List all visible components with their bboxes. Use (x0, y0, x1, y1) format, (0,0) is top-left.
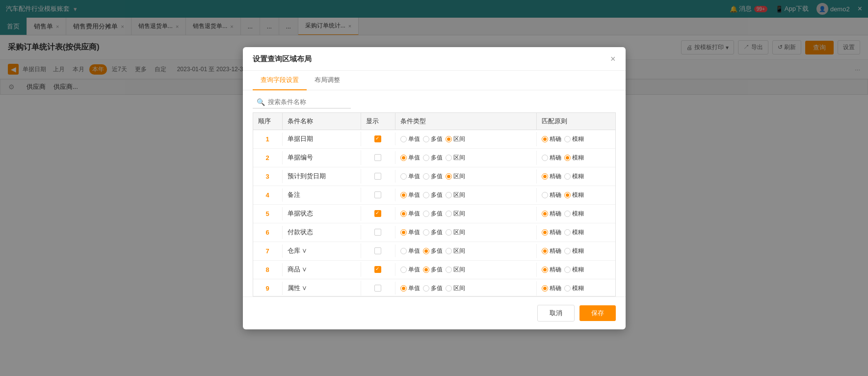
match-option[interactable]: 模糊 (564, 266, 584, 274)
type-option[interactable]: 区间 (446, 154, 465, 162)
display-checkbox[interactable] (374, 173, 381, 180)
match-option[interactable]: 精确 (542, 172, 561, 181)
display-checkbox[interactable] (374, 154, 381, 161)
display-checkbox[interactable] (374, 135, 381, 142)
type-option[interactable]: 多值 (423, 247, 443, 255)
modal-overlay: 设置查询区域布局 × 查询字段设置 布局调整 🔍 顺序 条件名称 (0, 0, 868, 376)
radio-circle (423, 192, 429, 198)
display-checkbox[interactable] (374, 247, 381, 254)
type-option[interactable]: 区间 (446, 228, 465, 237)
modal-close-button[interactable]: × (610, 54, 616, 70)
type-option[interactable]: 区间 (446, 172, 465, 181)
table-row: 5单据状态单值多值区间精确模糊 (253, 205, 615, 223)
match-option[interactable]: 模糊 (564, 154, 584, 162)
save-button[interactable]: 保存 (579, 305, 616, 321)
radio-circle (564, 248, 571, 254)
type-option[interactable]: 多值 (423, 284, 443, 293)
radio-circle (446, 211, 452, 217)
row-display[interactable] (361, 133, 395, 145)
type-option[interactable]: 单值 (400, 210, 420, 218)
match-option[interactable]: 模糊 (564, 191, 584, 199)
match-option[interactable]: 精确 (542, 191, 561, 199)
type-option[interactable]: 多值 (423, 154, 443, 162)
type-option[interactable]: 单值 (400, 284, 420, 293)
match-option[interactable]: 模糊 (564, 135, 584, 143)
type-option[interactable]: 区间 (446, 284, 465, 293)
type-option[interactable]: 单值 (400, 191, 420, 199)
type-option[interactable]: 多值 (423, 210, 443, 218)
row-name: 单据状态 (283, 206, 361, 221)
display-checkbox[interactable] (374, 266, 381, 273)
radio-circle (423, 229, 429, 236)
radio-circle (564, 267, 571, 273)
search-icon: 🔍 (257, 98, 265, 106)
row-display[interactable] (361, 170, 395, 183)
row-type: 单值多值区间 (395, 225, 537, 240)
row-name: 商品 ∨ (283, 262, 361, 277)
th-match: 匹配原则 (537, 113, 615, 130)
match-option[interactable]: 精确 (542, 266, 561, 274)
type-option[interactable]: 多值 (423, 266, 443, 274)
radio-circle (564, 285, 571, 292)
row-display[interactable] (361, 151, 395, 164)
display-checkbox[interactable] (374, 229, 381, 236)
type-option[interactable]: 多值 (423, 191, 443, 199)
row-type: 单值多值区间 (395, 151, 537, 165)
display-checkbox[interactable] (374, 210, 381, 217)
type-option[interactable]: 单值 (400, 247, 420, 255)
row-match: 精确模糊 (537, 225, 615, 240)
type-option[interactable]: 区间 (446, 247, 465, 255)
tab-layout-adjust[interactable]: 布局调整 (307, 71, 348, 90)
display-checkbox[interactable] (374, 285, 381, 292)
tab-query-fields[interactable]: 查询字段设置 (253, 71, 307, 90)
match-option[interactable]: 精确 (542, 228, 561, 237)
type-option[interactable]: 多值 (423, 172, 443, 181)
table-row: 1单据日期单值多值区间精确模糊 (253, 130, 615, 149)
row-display[interactable] (361, 263, 395, 276)
row-display[interactable] (361, 207, 395, 220)
type-option[interactable]: 区间 (446, 266, 465, 274)
modal-tabs: 查询字段设置 布局调整 (243, 71, 626, 90)
modal-header: 设置查询区域布局 × (243, 47, 626, 71)
match-option[interactable]: 模糊 (564, 210, 584, 218)
cancel-button[interactable]: 取消 (537, 305, 575, 322)
match-option[interactable]: 精确 (542, 247, 561, 255)
row-display[interactable] (361, 244, 395, 257)
radio-circle (542, 285, 548, 292)
type-option[interactable]: 区间 (446, 191, 465, 199)
type-option[interactable]: 多值 (423, 135, 443, 143)
row-display[interactable] (361, 226, 395, 239)
row-match: 精确模糊 (537, 188, 615, 202)
match-option[interactable]: 模糊 (564, 284, 584, 293)
modal-table: 顺序 条件名称 显示 条件类型 匹配原则 1单据日期单值多值区间精确模糊2单据编… (253, 112, 616, 296)
row-order: 5 (253, 207, 283, 220)
radio-circle (446, 229, 452, 236)
radio-circle (446, 192, 452, 198)
row-display[interactable] (361, 282, 395, 295)
type-option[interactable]: 区间 (446, 210, 465, 218)
match-option[interactable]: 精确 (542, 284, 561, 293)
type-option[interactable]: 多值 (423, 228, 443, 237)
match-option[interactable]: 模糊 (564, 172, 584, 181)
type-option[interactable]: 单值 (400, 135, 420, 143)
type-option[interactable]: 单值 (400, 172, 420, 181)
type-option[interactable]: 单值 (400, 154, 420, 162)
row-match: 精确模糊 (537, 244, 615, 258)
radio-circle (564, 173, 571, 180)
row-display[interactable] (361, 188, 395, 201)
type-option[interactable]: 单值 (400, 266, 420, 274)
match-option[interactable]: 模糊 (564, 228, 584, 237)
match-option[interactable]: 精确 (542, 154, 561, 162)
match-option[interactable]: 模糊 (564, 247, 584, 255)
row-name: 属性 ∨ (283, 281, 361, 295)
display-checkbox[interactable] (374, 191, 381, 198)
search-input[interactable] (268, 98, 346, 106)
row-order: 2 (253, 151, 283, 164)
type-option[interactable]: 区间 (446, 135, 465, 143)
match-option[interactable]: 精确 (542, 135, 561, 143)
row-match: 精确模糊 (537, 169, 615, 184)
match-option[interactable]: 精确 (542, 210, 561, 218)
type-option[interactable]: 单值 (400, 228, 420, 237)
radio-circle (542, 155, 548, 161)
radio-circle (446, 248, 452, 254)
